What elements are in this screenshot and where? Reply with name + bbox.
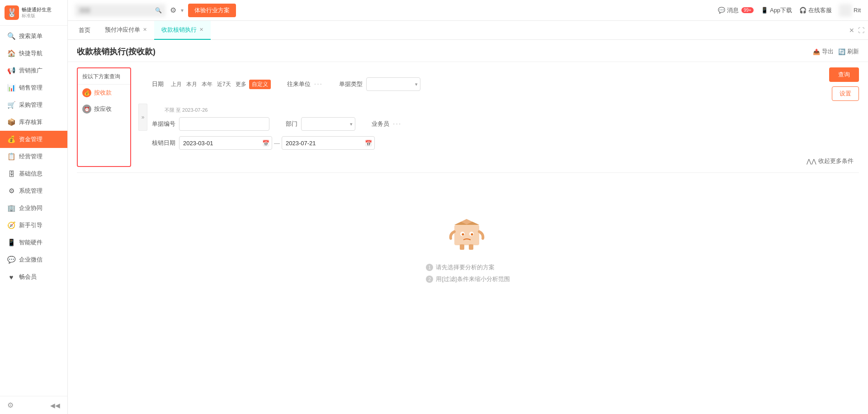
sidebar-item-vip[interactable]: ♥ 畅会员 [0,268,67,286]
date-shortcut-this-year[interactable]: 本年 [200,80,214,89]
bill-num-label: 单据编号 [152,120,175,128]
receipt-option-label: 按收款 [94,89,112,97]
sidebar-item-basic[interactable]: 🗄 基础信息 [0,165,67,182]
megaphone-icon: 📢 [7,67,15,75]
empty-state: 1 请先选择要分析的方案 2 用[过滤]条件来缩小分析范围 [68,173,868,321]
bill-type-label: 单据类型 [339,80,363,88]
topbar-search-input[interactable] [75,4,165,17]
date-shortcut-more[interactable]: 更多 [234,80,248,89]
message-label: 消息 [727,6,739,14]
sidebar-item-label: 资金管理 [19,135,42,143]
filter-form: 日期 上月 本月 本年 近7天 更多 自定义 [152,62,859,172]
tab-expand-icon[interactable]: ⛶ [858,27,864,34]
service-icon: 🎧 [799,7,807,14]
topbar-gear-icon[interactable]: ⚙ [170,6,176,14]
topbar: 🔍 ⚙ ▾ 体验行业方案 💬 消息 99+ 📱 App下载 🎧 在线客服 Ri [68,0,868,21]
verify-date-end-input[interactable] [282,136,375,150]
sidebar-item-quick-nav[interactable]: 🏠 快捷导航 [0,45,67,62]
query-actions: 查询 设置 [829,67,859,101]
app-download-button[interactable]: 📱 App下载 [761,6,792,14]
svg-rect-6 [469,244,473,250]
message-badge: 99+ [741,7,754,13]
sidebar-item-label: 快捷导航 [19,49,42,57]
query-button[interactable]: 查询 [829,67,859,82]
date-unlimited-text: 不限 至 2023-07-26 [165,106,859,114]
sidebar-item-search-menu[interactable]: 🔍 搜索菜单 [0,28,67,45]
sidebar-settings-icon[interactable]: ⚙ [7,401,14,409]
counterpart-more-icon[interactable]: ··· [314,80,323,88]
tab-home-label: 首页 [79,26,90,34]
refresh-button[interactable]: 🔄 刷新 [838,48,859,56]
sidebar-item-marketing[interactable]: 📢 营销推广 [0,62,67,79]
bill-type-select[interactable] [366,77,420,91]
sidebar-item-wechat[interactable]: 💬 企业微信 [0,251,67,268]
receivable-option-label: 按应收 [94,105,112,113]
tip-1-num: 1 [426,264,433,271]
empty-illustration [445,209,491,254]
filter-row-2: 单据编号 部门 ▾ [152,117,859,131]
verify-date-start-calendar-icon[interactable]: 📅 [262,140,269,147]
date-shortcut-7days[interactable]: 近7天 [215,80,233,89]
message-button[interactable]: 💬 消息 99+ [718,6,754,14]
date-shortcut-last-month[interactable]: 上月 [169,80,184,89]
tab-prepay-close-icon[interactable]: ✕ [143,27,147,33]
sidebar-item-system[interactable]: ⚙ 系统管理 [0,182,67,200]
panel-collapse-button[interactable]: » [138,104,147,131]
sidebar-bottom: ⚙ ◀◀ [0,396,67,414]
sidebar-item-label: 企业微信 [19,256,42,264]
sales-icon: 📊 [7,84,15,92]
tab-receipt-verify-close-icon[interactable]: ✕ [199,27,203,33]
refresh-icon: 🔄 [838,48,845,55]
sidebar-item-finance[interactable]: 💰 资金管理 [0,131,67,148]
sidebar-item-inventory[interactable]: 📦 库存核算 [0,114,67,131]
date-shortcut-custom[interactable]: 自定义 [249,80,271,89]
solution-button[interactable]: 体验行业方案 [188,4,236,17]
phone-icon: 📱 [761,7,768,14]
user-avatar [839,4,852,17]
sidebar-item-label: 畅会员 [19,273,37,281]
sidebar-item-business[interactable]: 📋 经营管理 [0,148,67,165]
filter-row-1: 日期 上月 本月 本年 近7天 更多 自定义 [152,67,859,101]
verify-date-start-wrap: 📅 [179,136,272,150]
collapse-more-button[interactable]: ⋀⋀ 收起更多条件 [801,155,859,167]
page-wrapper: 收款核销执行(按收款) 📤 导出 🔄 刷新 按以下方案查询 [68,40,868,414]
topbar-dropdown-icon[interactable]: ▾ [181,7,184,14]
filter-option-by-receipt[interactable]: 💰 按收款 [78,85,130,101]
tab-home[interactable]: 首页 [71,21,98,40]
verify-date-end-calendar-icon[interactable]: 📅 [365,140,372,147]
filter-option-by-receivable[interactable]: ⏰ 按应收 [78,101,130,117]
date-label: 日期 [152,80,164,88]
collapse-more-label: 收起更多条件 [818,157,854,165]
online-service-label: 在线客服 [808,6,832,14]
export-label: 导出 [822,48,834,56]
verify-date-label: 核销日期 [152,139,175,147]
verify-date-end-wrap: 📅 [282,136,375,150]
sidebar-collapse-icon[interactable]: ◀◀ [50,402,60,409]
topbar-right: 💬 消息 99+ 📱 App下载 🎧 在线客服 Rit [718,4,861,17]
user-profile[interactable]: Rit [839,4,861,17]
tabbar-actions: ✕ ⛶ [849,27,864,34]
sidebar-item-enterprise[interactable]: 🏢 企业协同 [0,200,67,217]
sidebar-item-label: 采购管理 [19,101,42,109]
sidebar-item-purchase[interactable]: 🛒 采购管理 [0,96,67,114]
tab-prepay[interactable]: 预付冲应付单 ✕ [98,21,154,40]
filter-settings-button[interactable]: 设置 [832,86,859,101]
wechat-icon: 💬 [7,256,15,264]
hardware-icon: 📱 [7,238,15,247]
sidebar-item-guide[interactable]: 🧭 新手引导 [0,217,67,234]
dept-select[interactable] [301,117,355,131]
online-service-button[interactable]: 🎧 在线客服 [799,6,832,14]
sidebar-item-sales[interactable]: 📊 销售管理 [0,79,67,96]
tab-receipt-verify[interactable]: 收款核销执行 ✕ [154,21,211,40]
staff-more-icon[interactable]: ··· [393,120,401,128]
filter-dept-item: 部门 ▾ [286,117,355,131]
date-shortcut-this-month[interactable]: 本月 [184,80,199,89]
sidebar-item-label: 经营管理 [19,152,42,161]
tab-close-all-icon[interactable]: ✕ [849,27,854,34]
verify-date-start-input[interactable] [179,136,272,150]
sidebar-item-hardware[interactable]: 📱 智能硬件 [0,234,67,251]
business-icon: 📋 [7,152,15,161]
logo-icon: 🐰 [5,5,19,20]
export-button[interactable]: 📤 导出 [813,48,834,56]
bill-num-input[interactable] [179,117,269,131]
